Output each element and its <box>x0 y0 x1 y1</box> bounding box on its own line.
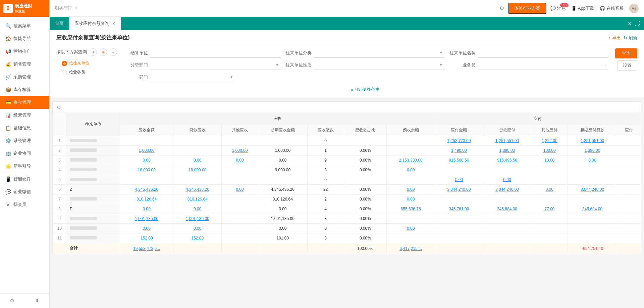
cell-num[interactable]: 1,222.00 <box>531 136 568 146</box>
cell-num[interactable]: 1,390.00 <box>568 146 617 156</box>
cell-num[interactable]: 1,251,551.00 <box>568 136 617 146</box>
app-download-button[interactable]: 📱 App下载 <box>571 5 594 11</box>
sidebar-item-guide[interactable]: 🌟新手引导 <box>0 160 49 173</box>
cell-num[interactable]: 0.00 <box>120 224 173 233</box>
cell-num[interactable]: 0.00 <box>387 224 435 233</box>
settings-icon[interactable]: ⚙ <box>10 298 14 304</box>
salesman-input[interactable]: ··· <box>478 60 608 70</box>
partner-name-input[interactable] <box>478 48 608 58</box>
tab-expand-icon[interactable]: ⛶ <box>635 20 640 27</box>
settlement-dots-icon: ··· <box>274 50 279 56</box>
sidebar-item-system[interactable]: ⚙️系统管理 <box>0 134 49 147</box>
subdept-chevron-icon: ▼ <box>230 75 233 79</box>
cell-num[interactable]: 0.00 <box>173 224 222 233</box>
cell-num[interactable]: 0.00 <box>387 194 435 204</box>
cell-num[interactable]: 915,495.56 <box>483 156 531 165</box>
sidebar-item-purchase[interactable]: 🛒采购管理 <box>0 71 49 83</box>
tab-home[interactable]: 首页 <box>50 17 69 30</box>
sidebar-item-finance[interactable]: 💳资金管理 <box>0 96 49 109</box>
cell-num[interactable]: 0.00 <box>173 156 222 165</box>
cell-num[interactable]: 1,001,135.00 <box>173 214 222 224</box>
tab-close-window-icon[interactable]: ✕ <box>628 20 632 27</box>
cell-num[interactable]: 0.00 <box>435 175 483 185</box>
sidebar-item-wechat[interactable]: 💬企业微信 <box>0 185 49 198</box>
cell-num[interactable]: 77.00 <box>531 204 568 214</box>
cell-num[interactable]: 345,684.00 <box>568 204 617 214</box>
cell-num[interactable]: 100.00 <box>531 146 568 156</box>
sidebar-item-corp[interactable]: 🏢企业协同 <box>0 147 49 160</box>
promo-button[interactable]: 体验行业方案 <box>508 3 546 14</box>
service-button[interactable]: 🎧 在线客服 <box>600 5 624 11</box>
cell-num[interactable]: 0.00 <box>173 204 222 214</box>
cell-num[interactable]: 3,044,240.00 <box>483 185 531 194</box>
cell-num[interactable]: 4,345,436.20 <box>173 185 222 194</box>
cell-num[interactable]: 1,251,551.00 <box>483 136 531 146</box>
label-salesman: 业务员 <box>449 62 476 68</box>
cell-num[interactable]: 0.00 <box>531 185 568 194</box>
cell-num[interactable]: 0.00 <box>568 156 617 165</box>
partner-nature-select[interactable]: ▼ <box>314 60 444 70</box>
filter-collapse-left-button[interactable]: « <box>110 48 117 56</box>
cell-num[interactable]: 1,000.00 <box>222 146 258 156</box>
pause-icon[interactable]: ⏸ <box>34 298 40 304</box>
cell-num[interactable]: 345,761.00 <box>435 204 483 214</box>
sidebar-item-quicknav[interactable]: 🏠快捷导航 <box>0 32 49 45</box>
filter-collapse-button[interactable]: ∧ 收起更多条件 <box>351 87 379 92</box>
cell-num[interactable]: 0.00 <box>120 204 173 214</box>
tab-query[interactable]: 应收应付余额查询 ✕ <box>69 17 121 30</box>
cell-num[interactable]: 1,001,135.00 <box>120 214 173 224</box>
refresh-button[interactable]: ↻ 刷新 <box>624 35 637 41</box>
cell-num[interactable]: 0.00 <box>222 185 258 194</box>
cell-num[interactable]: 810,126.64 <box>120 194 173 204</box>
table-settings-icon[interactable]: ⚙ <box>57 104 61 110</box>
sidebar-item-hardware[interactable]: 📱智能硬件 <box>0 173 49 185</box>
sidebar-item-basic[interactable]: 📋基础信息 <box>0 122 49 134</box>
sidebar-item-operation[interactable]: 📊经营管理 <box>0 109 49 122</box>
cell-num[interactable]: 1,390.00 <box>483 146 531 156</box>
table-scroll[interactable]: 往来单位 应收 应付 应收金额 贷款应收 其他应收 超期应收金额 应收笔数 应收… <box>53 113 641 254</box>
partner-category-select[interactable]: ▼ <box>314 48 444 58</box>
settlement-input[interactable]: ··· <box>150 48 281 58</box>
tab-close-icon[interactable]: ✕ <box>112 21 115 26</box>
cell-num[interactable]: 3,044,240.00 <box>568 185 617 194</box>
dept-select[interactable]: ▼ <box>150 60 281 70</box>
filter-scheme-button[interactable]: ⊕ <box>100 48 107 56</box>
filter-add-button[interactable]: + <box>90 48 97 56</box>
subdept-select[interactable]: ▼ <box>150 73 235 82</box>
sidebar-item-sales[interactable]: 💰销售管理 <box>0 58 49 71</box>
cell-num[interactable]: 0.00 <box>120 156 173 165</box>
cell-num[interactable]: 655,636.75 <box>387 204 435 214</box>
cell-num[interactable]: 0.00 <box>222 156 258 165</box>
cell-num[interactable]: 0.00 <box>387 165 435 175</box>
settings-gear-icon[interactable]: ⚙ <box>499 5 504 11</box>
sidebar-item-member[interactable]: Ⅴ畅会员 <box>0 198 49 211</box>
sidebar-item-inventory[interactable]: 📦库存核算 <box>0 83 49 96</box>
export-button[interactable]: ↑ 导出 <box>609 35 621 41</box>
cell-num[interactable]: 0.00 <box>483 175 531 185</box>
cell-num[interactable]: 810,126.64 <box>173 194 222 204</box>
cell-num[interactable]: 18,000.00 <box>173 165 222 175</box>
total-ar-amount[interactable]: 19,553,472,6... <box>120 243 173 254</box>
message-button[interactable]: 💬 消息 99+ <box>550 5 566 11</box>
cell-num[interactable]: 4,345,436.20 <box>120 185 173 194</box>
total-ar-prepay[interactable]: 6,417,215.... <box>387 243 435 254</box>
filter-scheme-by-salesman[interactable]: ○ 按业务员 <box>59 68 117 77</box>
avatar[interactable]: Rit <box>629 4 639 13</box>
cell-num[interactable]: 345,684.00 <box>483 204 531 214</box>
settings-button[interactable]: 设置 <box>617 60 637 71</box>
cell-num[interactable]: 152.00 <box>173 233 222 243</box>
sidebar-item-marketing[interactable]: 📢营销推广 <box>0 45 49 58</box>
cell-num[interactable]: 2,153,333.00 <box>387 156 435 165</box>
filter-scheme-by-partner[interactable]: ⊙ 按往来单位 <box>59 59 117 68</box>
cell-num[interactable]: 13.00 <box>531 156 568 165</box>
cell-num[interactable]: 1,490.00 <box>435 146 483 156</box>
cell-num[interactable]: 1,252,773.00 <box>435 136 483 146</box>
sidebar-item-search[interactable]: 🔍搜索菜单 <box>0 19 49 32</box>
cell-num[interactable]: 1,000.00 <box>120 146 173 156</box>
cell-num[interactable]: 915,508.56 <box>435 156 483 165</box>
query-button[interactable]: 查询 <box>615 48 637 58</box>
cell-num[interactable]: 3,044,240.00 <box>435 185 483 194</box>
cell-num[interactable]: 18,000.00 <box>120 165 173 175</box>
cell-num[interactable]: 0.00 <box>387 185 435 194</box>
cell-num[interactable]: 152.00 <box>120 233 173 243</box>
